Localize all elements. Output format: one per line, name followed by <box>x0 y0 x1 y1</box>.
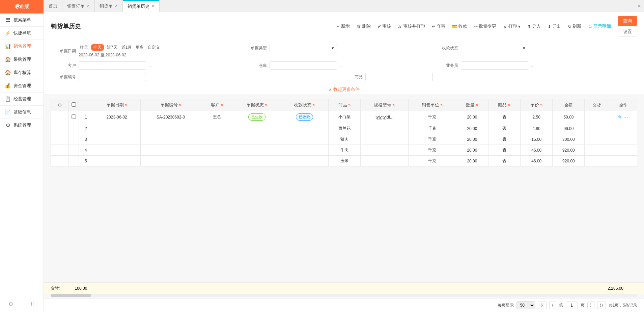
row-doc-no[interactable] <box>141 145 201 156</box>
page-size-select[interactable]: 50 100 200 <box>516 301 535 309</box>
salesperson-dots[interactable]: ... <box>531 64 534 68</box>
import-button[interactable]: ⬆ 导入 <box>525 22 543 31</box>
sidebar: 标准版 ☰ 搜索菜单 ⚡ 快捷导航 📊 销售管理 🏠 采购管理 🏠 库存核算 💰… <box>0 0 44 312</box>
row-goods: 玉米 <box>329 156 361 166</box>
date-btn-today[interactable]: 今天 <box>91 44 104 51</box>
select-all-checkbox[interactable] <box>72 102 76 107</box>
row-doc-no[interactable] <box>141 156 201 166</box>
collect-icon: 💳 <box>452 24 457 29</box>
collapse-button[interactable]: ∧ 收起更多条件 <box>57 84 631 95</box>
export-button[interactable]: ⬇ 导出 <box>545 22 564 31</box>
row-checkbox[interactable] <box>72 114 76 119</box>
last-page-button[interactable]: ⟩⟩ <box>597 302 606 309</box>
col-payment-status[interactable]: 收款状态⇅ <box>281 99 328 111</box>
tab-sales-goods[interactable]: 销货单 ✕ <box>95 0 123 12</box>
table-row: 12023-06-02SA-20230602-0王总已生效已收款小白菜tyjyj… <box>51 111 637 123</box>
row-amount: 50.00 <box>553 111 585 123</box>
row-doc-no[interactable] <box>141 123 201 134</box>
goods-input[interactable] <box>365 73 433 81</box>
sales-icon: 📊 <box>5 43 11 49</box>
doctype-select[interactable]: ▾ <box>270 44 337 52</box>
tab-sales-order-close[interactable]: ✕ <box>87 4 90 8</box>
date-btn-yesterday[interactable]: 昨天 <box>79 44 89 51</box>
audit-button[interactable]: ✔ 审核 <box>375 22 394 31</box>
next-page-button[interactable]: ⟩ <box>587 302 594 309</box>
tab-sales-history[interactable]: 销货单历史 ✕ <box>123 0 160 12</box>
col-gift[interactable]: 赠品⇅ <box>488 99 520 111</box>
setting-button[interactable]: 设置 <box>618 27 637 36</box>
date-btn-1month[interactable]: 近1月 <box>120 44 133 51</box>
more-icon[interactable]: ⋯ <box>623 114 628 120</box>
customer-dots[interactable]: ... <box>149 64 151 68</box>
date-btn-custom[interactable]: 自定义 <box>146 44 161 51</box>
table-settings-icon[interactable]: ⚙ <box>58 102 62 108</box>
page-input[interactable] <box>566 302 578 309</box>
date-btn-7days[interactable]: 近7天 <box>106 44 119 51</box>
salesperson-input[interactable] <box>461 61 528 70</box>
warehouse-dots[interactable]: ... <box>340 64 342 68</box>
sidebar-item-basicinfo[interactable]: 📄 基础信息 <box>0 106 44 119</box>
print-button[interactable]: 🖨 打印 ▾ <box>500 22 523 31</box>
sidebar-item-system[interactable]: ⚙ 系统管理 <box>0 119 44 132</box>
tab-sales-goods-close[interactable]: ✕ <box>115 4 118 8</box>
refresh-button[interactable]: ↻ 刷新 <box>565 22 584 31</box>
warehouse-input[interactable] <box>270 61 337 70</box>
scrollbar-thumb[interactable] <box>51 294 91 297</box>
sidebar-item-finance[interactable]: 💰 资金管理 <box>0 79 44 93</box>
audit-print-button[interactable]: 🖨 审核并打印 <box>395 22 428 31</box>
edit-icon[interactable]: ✎ <box>618 114 622 120</box>
row-unit: 千克 <box>408 123 456 134</box>
horizontal-scrollbar[interactable] <box>51 294 637 297</box>
col-doc-date[interactable]: 单据日期⇅ <box>93 99 140 111</box>
date-btn-more[interactable]: 更多 <box>134 44 145 51</box>
query-button[interactable]: 查询 <box>618 16 637 26</box>
prev-page-button[interactable]: ⟨ <box>549 302 556 309</box>
first-page-button[interactable]: ⟨⟨ <box>538 302 547 309</box>
sidebar-item-inventory[interactable]: 🏠 库存核算 <box>0 66 44 79</box>
col-unit[interactable]: 销售单位⇅ <box>408 99 456 111</box>
col-checkbox[interactable] <box>69 99 79 111</box>
delete-button[interactable]: 🗑 删除 <box>354 22 373 31</box>
filter-group-salesperson: 业务员 ... <box>440 61 631 70</box>
row-doc-no[interactable]: SA-20230602-0 <box>141 111 201 123</box>
col-customer[interactable]: 客户⇅ <box>201 99 233 111</box>
sidebar-item-purchase[interactable]: 🏠 采购管理 <box>0 53 44 66</box>
payment-status-select[interactable]: ▾ <box>461 44 528 52</box>
tab-home[interactable]: 首页 <box>44 0 62 12</box>
sidebar-item-operations[interactable]: 📋 经营管理 <box>0 93 44 106</box>
col-doc-no[interactable]: 单据编号⇅ <box>141 99 201 111</box>
goods-dots[interactable]: ... <box>436 75 438 79</box>
docno-input[interactable] <box>79 73 146 81</box>
window-close-icon[interactable]: ✕ <box>637 3 641 9</box>
customer-input[interactable] <box>79 61 146 70</box>
row-doc-no[interactable] <box>141 134 201 145</box>
sidebar-item-label: 快捷导航 <box>13 30 31 36</box>
row-price: 46.00 <box>521 145 553 156</box>
col-spec[interactable]: 规格型号⇅ <box>361 99 408 111</box>
bottom-pause-icon[interactable]: ⏸ <box>28 299 37 309</box>
sidebar-item-search[interactable]: ☰ 搜索菜单 <box>0 14 44 27</box>
sidebar-item-sales[interactable]: 📊 销售管理 <box>0 40 44 53</box>
discard-icon: ↩ <box>432 24 436 29</box>
discard-button[interactable]: ↩ 弃审 <box>429 22 448 31</box>
page-title-row: 销货单历史 ＋ 新增 🗑 删除 ✔ 审核 🖨 <box>51 16 637 36</box>
col-settings[interactable]: ⚙ <box>51 99 69 111</box>
new-button[interactable]: ＋ 新增 <box>333 22 353 31</box>
row-ops <box>609 134 637 145</box>
tab-sales-history-close[interactable]: ✕ <box>151 4 155 8</box>
pagination-bar: 每页显示 50 100 200 ⟨⟨ ⟨ 第 页 ⟩ ⟩⟩ 共1页，5条记录 <box>44 298 644 312</box>
row-unit: 千克 <box>408 145 456 156</box>
tab-sales-order[interactable]: 销售订单 ✕ <box>62 0 95 12</box>
filter-area: 单据日期 昨天 今天 近7天 近1月 更多 自定义 2023-06-02 至 2… <box>51 41 637 95</box>
col-qty[interactable]: 数量⇅ <box>456 99 488 111</box>
row-trade <box>585 111 609 123</box>
col-price[interactable]: 单价⇅ <box>521 99 553 111</box>
table-row: 3猪肉千克20.00否15.00300.00 <box>51 134 637 145</box>
col-goods[interactable]: 商品⇅ <box>329 99 361 111</box>
col-doc-status[interactable]: 单据状态⇅ <box>233 99 281 111</box>
bottom-setting-icon[interactable]: ⚙ <box>6 299 15 309</box>
collect-button[interactable]: 💳 收款 <box>449 22 470 31</box>
show-detail-button[interactable]: 🗂 显示明细 <box>585 22 614 31</box>
sidebar-item-quicknav[interactable]: ⚡ 快捷导航 <box>0 27 44 40</box>
batch-change-button[interactable]: ✏ 批量变更 <box>471 22 499 31</box>
